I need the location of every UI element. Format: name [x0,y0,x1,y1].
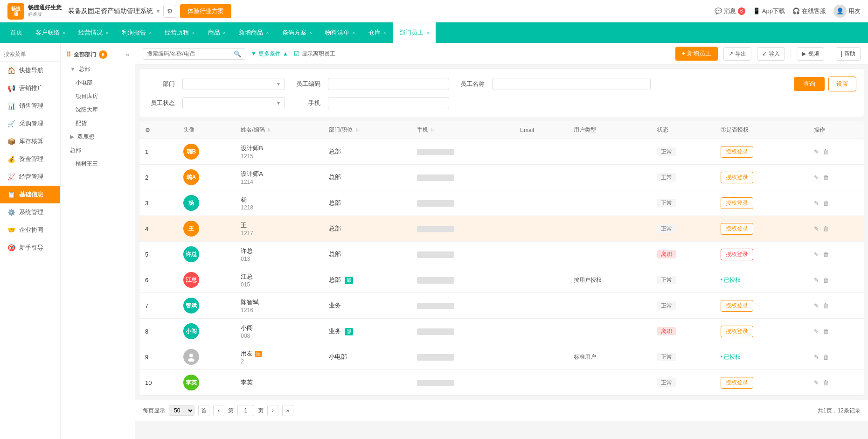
close-tab-icon[interactable]: × [352,30,355,35]
edit-button[interactable]: ✎ [814,251,819,258]
emp-code-input[interactable] [328,78,449,90]
sidebar-item-基础信息[interactable]: 📋基础信息 [0,186,60,203]
dept-tree-item[interactable]: 沈阳大库 [61,103,135,117]
grant-button[interactable]: 授权登录 [721,223,753,235]
settings-button[interactable]: 设置 [828,77,856,91]
page-input[interactable] [237,405,254,416]
delete-button[interactable]: 🗑 [823,200,829,207]
dept-tree-item[interactable]: 总部 [61,144,135,157]
edit-button[interactable]: ✎ [814,379,819,386]
th-name[interactable]: 姓名/编码 ⇅ [235,121,323,139]
th-phone[interactable]: 手机 ⇅ [411,121,514,139]
delete-button[interactable]: 🗑 [823,148,829,155]
sidebar-item-营销推广[interactable]: 📢营销推广 [0,79,60,97]
trial-button[interactable]: 体验行业方案 [180,4,231,18]
nav-tab-利润报告[interactable]: 利润报告× [115,22,158,43]
delete-button[interactable]: 🗑 [823,174,829,181]
edit-button[interactable]: ✎ [814,148,819,155]
delete-button[interactable]: 🗑 [823,328,829,335]
sidebar-item-经营管理[interactable]: 📈经营管理 [0,168,60,186]
edit-button[interactable]: ✎ [814,174,819,181]
close-tab-icon[interactable]: × [426,30,429,35]
delete-button[interactable]: 🗑 [823,277,829,284]
show-resigned-toggle[interactable]: ☑ 显示离职员工 [294,50,335,58]
sidebar-item-库存核算[interactable]: 📦库存核算 [0,132,60,150]
sidebar-search-input[interactable] [4,51,61,57]
search-input[interactable] [147,50,231,57]
online-service-button[interactable]: 🎧 在线客服 [792,7,826,15]
dept-collapse-button[interactable]: « [126,51,129,58]
grant-button[interactable]: 授权登录 [721,326,753,337]
grant-button-red[interactable]: 授权登录 [721,249,753,260]
close-tab-icon[interactable]: × [149,30,152,35]
dept-tree-item[interactable]: 项目库房 [61,90,135,103]
nav-tab-物料清单[interactable]: 物料清单× [319,22,361,43]
sidebar-item-快捷导航[interactable]: 🏠快捷导航 [0,62,60,79]
grant-button[interactable]: 授权登录 [721,146,753,158]
th-settings[interactable]: ⚙ [139,121,178,139]
dept-tree-item[interactable]: ▶ 双鹿想 [61,130,135,144]
prev-page-button[interactable]: ‹ [213,405,224,416]
edit-button[interactable]: ✎ [814,302,819,309]
nav-tab-首页[interactable]: 首页 [4,22,29,43]
first-page-button[interactable]: 首 [198,405,209,416]
nav-tab-客户联络[interactable]: 客户联络× [29,22,72,43]
sidebar-item-采购管理[interactable]: 🛒采购管理 [0,115,60,132]
sidebar-item-资金管理[interactable]: 💰资金管理 [0,150,60,168]
per-page-select[interactable]: 50 100 200 [169,405,194,416]
sidebar-item-系统管理[interactable]: ⚙️系统管理 [0,203,60,221]
delete-button[interactable]: 🗑 [823,302,829,309]
nav-tab-经营情况[interactable]: 经营情况× [72,22,115,43]
grant-button[interactable]: 授权登录 [721,172,753,183]
delete-button[interactable]: 🗑 [823,354,829,361]
sidebar-item-新手引导[interactable]: 🎯新手引导 [0,239,60,257]
status-select[interactable]: ▾ [182,97,285,109]
nav-tab-经营历程[interactable]: 经营历程× [158,22,201,43]
dept-tree-item[interactable]: ▼ 总部 [61,63,135,76]
close-tab-icon[interactable]: × [223,30,226,35]
delete-button[interactable]: 🗑 [823,225,829,232]
filter-more-button[interactable]: ▼ 更多条件 ▲ [251,50,288,58]
nav-tab-部门员工[interactable]: 部门员工× [393,22,436,43]
help-button[interactable]: | 帮助 [836,47,861,61]
delete-button[interactable]: 🗑 [823,251,829,258]
dept-tree-item[interactable]: 小电部 [61,76,135,90]
import-button[interactable]: ↙ 导入 [757,47,785,61]
dept-select[interactable]: ▾ [182,78,285,90]
last-page-button[interactable]: » [282,405,293,416]
th-dept[interactable]: 部门/职位 ⇅ [323,121,411,139]
emp-name-input[interactable] [492,78,651,90]
new-employee-button[interactable]: + 新增员工 [675,47,718,61]
edit-button[interactable]: ✎ [814,200,819,207]
dept-tree-item[interactable]: 配货 [61,117,135,130]
close-tab-icon[interactable]: × [62,30,65,35]
nav-tab-新增商品[interactable]: 新增商品× [232,22,275,43]
edit-button[interactable]: ✎ [814,328,819,335]
close-tab-icon[interactable]: × [105,30,108,35]
message-button[interactable]: 💬 消息 6 [715,7,745,15]
delete-button[interactable]: 🗑 [823,379,829,386]
nav-tab-商品[interactable]: 商品× [201,22,232,43]
nav-tab-条码方案[interactable]: 条码方案× [276,22,319,43]
dept-tree-item[interactable]: 植树王三 [61,157,135,171]
grant-button[interactable]: 授权登录 [721,377,753,389]
phone-input[interactable] [328,97,449,109]
edit-button[interactable]: ✎ [814,277,819,284]
user-menu[interactable]: 👤 用友 [833,5,861,18]
sidebar-item-销售管理[interactable]: 📊销售管理 [0,97,60,115]
edit-button[interactable]: ✎ [814,225,819,232]
sidebar-item-企业协同[interactable]: 🤝企业协同 [0,221,60,239]
edit-button[interactable]: ✎ [814,354,819,361]
export-button[interactable]: ↗ 导出 [723,47,751,61]
next-page-button[interactable]: › [267,405,278,416]
nav-tab-仓库[interactable]: 仓库× [362,22,393,43]
grant-button[interactable]: 授权登录 [721,197,753,209]
close-tab-icon[interactable]: × [192,30,194,35]
close-tab-icon[interactable]: × [266,30,269,35]
query-button[interactable]: 查询 [794,77,825,91]
gear-button[interactable]: ⚙ [163,5,176,18]
app-download-button[interactable]: 📱 App下载 [753,7,785,15]
grant-button[interactable]: 授权登录 [721,300,753,312]
video-button[interactable]: ▶ 视频 [797,47,824,61]
close-tab-icon[interactable]: × [383,30,386,35]
